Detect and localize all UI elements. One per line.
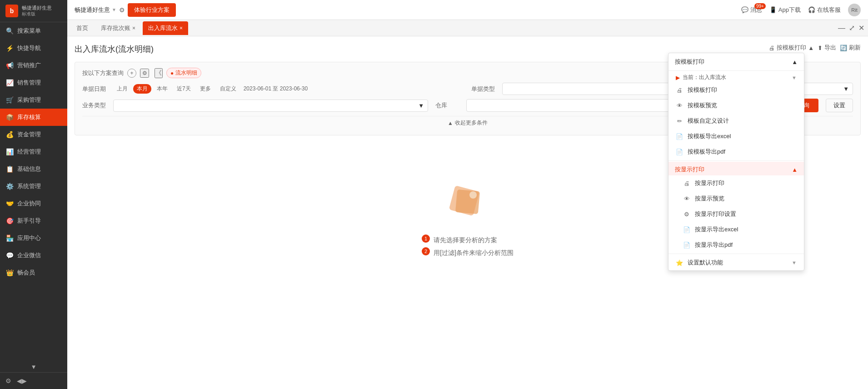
tab-maximize-button[interactable]: ⤢	[849, 24, 855, 32]
sidebar-item-basic[interactable]: 📋 基础信息	[0, 160, 67, 178]
sidebar-item-app-center[interactable]: 🏪 应用中心	[0, 229, 67, 247]
filter-active-tag[interactable]: ● 流水明细	[166, 68, 201, 78]
tab-expand-area: — ⤢ ✕	[838, 24, 864, 32]
dropdown-item-set-default[interactable]: ⭐ 设置默认功能 ▼	[668, 255, 804, 270]
top-header: 畅捷通好生意 ▼ ⚙ 体验行业方案 💬 消息 99+ 📱 App下载 🎧	[67, 0, 868, 20]
message-action[interactable]: 💬 消息 99+	[741, 6, 762, 14]
filter-add-button[interactable]: +	[127, 69, 136, 78]
tab-batch-account-close[interactable]: ×	[132, 25, 135, 31]
sidebar-item-search[interactable]: 🔍 搜索菜单	[0, 22, 67, 40]
sidebar-item-label: 企业微信	[17, 251, 41, 259]
date-tab-this-year[interactable]: 本年	[153, 84, 171, 94]
sidebar-item-collab[interactable]: 🤝 企业协同	[0, 195, 67, 212]
display-print-section: 🖨 按显示打印 👁 按显示预览 ⚙ 按显示打印设置 📄 按显示导出excel	[668, 175, 804, 253]
header-gear-icon[interactable]: ⚙	[119, 6, 125, 14]
sidebar-item-label: 基础信息	[17, 165, 41, 173]
date-tab-last-month[interactable]: 上月	[113, 84, 131, 94]
display-print-collapse-icon: ▲	[792, 166, 798, 173]
tab-batch-account[interactable]: 库存批次账 ×	[95, 21, 141, 35]
headset-icon: 🎧	[808, 6, 815, 13]
dropdown-item-display-pdf[interactable]: 📄 按显示导出pdf	[668, 237, 804, 253]
sidebar-item-label: 企业协同	[17, 199, 41, 208]
message-badge: 99+	[754, 3, 766, 9]
dropdown-item-display-excel[interactable]: 📄 按显示导出excel	[668, 222, 804, 237]
dropdown-item-template-pdf[interactable]: 📄 按模板导出pdf	[668, 144, 804, 160]
dropdown-header-arrow: ▲	[792, 59, 798, 65]
sidebar-item-wechat[interactable]: 💬 企业微信	[0, 247, 67, 264]
sidebar-item-label: 新手引导	[17, 217, 41, 225]
sidebar-item-member[interactable]: 👑 畅会员	[0, 264, 67, 281]
settings-icon[interactable]: ⚙	[5, 377, 11, 384]
inventory-icon: 📦	[5, 114, 14, 121]
sidebar-item-marketing[interactable]: 📢 营销推广	[0, 57, 67, 74]
sidebar-item-operations[interactable]: 📊 经营管理	[0, 143, 67, 160]
dropdown-item-display-preview[interactable]: 👁 按显示预览	[668, 191, 804, 206]
filter-settings-icon[interactable]: ⚙	[140, 69, 149, 78]
dropdown-item-template-excel[interactable]: 📄 按模板导出excel	[668, 129, 804, 144]
avatar[interactable]: Rit	[848, 4, 861, 16]
print-dropdown-panel: 按模板打印 ▲ ▶ 当前：出入库流水 ▼ 🖨 按模板打印 👁	[668, 53, 804, 271]
app-download-action[interactable]: 📱 App下载	[769, 6, 801, 14]
display-settings-label: 按显示打印设置	[695, 210, 736, 218]
sidebar-item-finance[interactable]: 💰 资金管理	[0, 126, 67, 143]
collapse-sidebar-icon[interactable]: ◀▶	[17, 377, 27, 384]
tab-minimize-button[interactable]: —	[838, 24, 845, 32]
sidebar-logo: b 畅捷通好生意 标准版	[0, 0, 67, 22]
biz-type-label: 业务类型	[82, 101, 110, 110]
tab-home[interactable]: 首页	[71, 21, 94, 35]
template-print-section: 🖨 按模板打印 👁 按模板预览 ✏ 模板自定义设计 📄 按模板导出excel	[668, 82, 804, 160]
sidebar-footer: ⚙ ◀▶	[0, 372, 67, 389]
sidebar-item-sales[interactable]: 📈 销售管理	[0, 74, 67, 91]
settings-button[interactable]: 设置	[826, 99, 853, 112]
date-tab-custom[interactable]: 自定义	[216, 84, 240, 94]
date-tab-7days[interactable]: 近7天	[173, 84, 195, 94]
filter-collapse-button[interactable]: 《	[155, 68, 163, 78]
tab-batch-account-label: 库存批次账	[101, 24, 130, 32]
finance-icon: 💰	[5, 131, 14, 138]
app-center-icon: 🏪	[5, 234, 14, 242]
sidebar-item-guide[interactable]: 🎯 新手引导	[0, 212, 67, 229]
print-template-button[interactable]: 🖨 按模板打印 ▲	[769, 44, 814, 52]
wechat-icon: 💬	[5, 252, 14, 259]
design-icon: ✏	[676, 118, 683, 125]
date-tab-more[interactable]: 更多	[196, 84, 215, 94]
sidebar-item-quick-nav[interactable]: ⚡ 快捷导航	[0, 40, 67, 57]
trial-button[interactable]: 体验行业方案	[128, 3, 176, 17]
dropdown-item-template-print[interactable]: 🖨 按模板打印	[668, 82, 804, 98]
printer-icon: 🖨	[676, 87, 683, 94]
tab-home-label: 首页	[76, 24, 88, 32]
dropdown-item-template-preview[interactable]: 👁 按模板预览	[668, 98, 804, 113]
export-button[interactable]: ⬆ 导出	[818, 44, 836, 52]
tab-in-out-flow-close[interactable]: ×	[180, 25, 183, 31]
collab-icon: 🤝	[5, 200, 14, 207]
dropdown-item-display-print[interactable]: 🖨 按显示打印	[668, 175, 804, 191]
sidebar-item-purchase[interactable]: 🛒 采购管理	[0, 91, 67, 109]
sidebar-item-label: 销售管理	[17, 79, 41, 87]
member-icon: 👑	[5, 269, 14, 276]
preview-icon: 👁	[676, 102, 683, 109]
refresh-button[interactable]: 🔄 刷新	[840, 44, 861, 52]
sales-icon: 📈	[5, 79, 14, 86]
sidebar-item-system[interactable]: ⚙️ 系统管理	[0, 178, 67, 195]
online-service-action[interactable]: 🎧 在线客服	[808, 6, 841, 14]
sidebar-scroll-down[interactable]: ▼	[0, 362, 67, 372]
display-excel-label: 按显示导出excel	[695, 225, 738, 234]
date-tab-this-month[interactable]: 本月	[133, 84, 151, 94]
dropdown-item-template-custom[interactable]: ✏ 模板自定义设计	[668, 113, 804, 129]
tip-2-num: 2	[422, 247, 430, 255]
header-right: 💬 消息 99+ 📱 App下载 🎧 在线客服 Rit	[741, 4, 861, 16]
dropdown-item-display-print-settings[interactable]: ⚙ 按显示打印设置	[668, 206, 804, 222]
user-name-box[interactable]: 畅捷通好生意 ▼	[75, 6, 116, 14]
system-icon: ⚙️	[5, 183, 14, 190]
sidebar-item-label: 应用中心	[17, 234, 41, 242]
biz-type-select[interactable]: ▼	[113, 100, 428, 112]
sidebar-item-label: 资金管理	[17, 130, 41, 139]
collapse-label: 收起更多条件	[455, 119, 488, 127]
online-service-label: 在线客服	[817, 6, 841, 14]
tab-close-all-button[interactable]: ✕	[858, 24, 864, 32]
display-print-section-header[interactable]: 按显示打印 ▲	[668, 162, 804, 175]
sidebar-item-label: 快捷导航	[17, 44, 41, 52]
page-actions: 🖨 按模板打印 ▲ ⬆ 导出 🔄 刷新	[769, 44, 861, 52]
sidebar-item-inventory[interactable]: 📦 库存核算	[0, 109, 67, 126]
tab-in-out-flow[interactable]: 出入库流水 ×	[143, 21, 188, 35]
